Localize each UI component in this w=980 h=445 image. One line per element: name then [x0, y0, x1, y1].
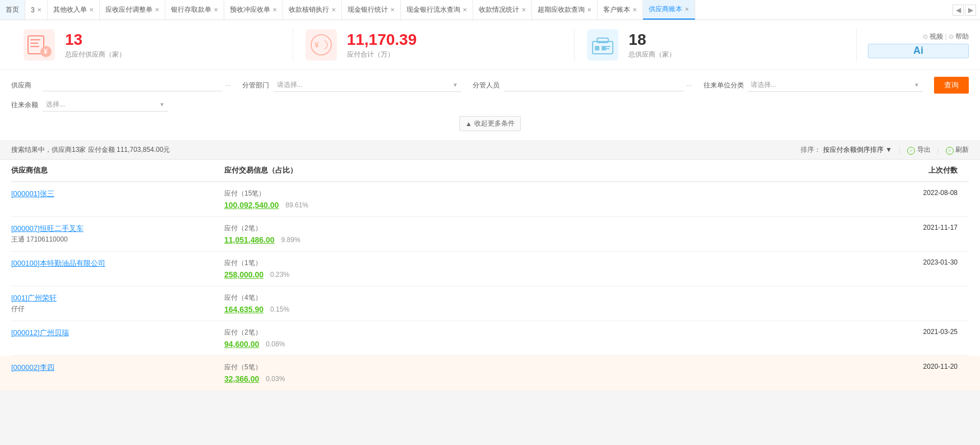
row2-payable-amount[interactable]: 258,000.00: [224, 270, 264, 279]
row4-payable-percent: 0.08%: [266, 340, 285, 348]
row4-payable-row: 94,600.00 0.08%: [224, 340, 857, 349]
results-separator-2: |: [937, 146, 939, 154]
nav-tab-3[interactable]: 3 ✕: [25, 0, 48, 20]
row1-supplier: [000007]恒旺二手叉车 王通 17106110000: [11, 224, 224, 244]
svg-text:¥: ¥: [315, 40, 319, 49]
filter-item-person: 分管人员 ···: [473, 80, 692, 91]
row1-payable-count: 应付（2笔）: [224, 224, 857, 233]
row2-payable: 应付（1笔） 258,000.00 0.23%: [224, 258, 857, 279]
supplier-dots[interactable]: ···: [225, 81, 230, 89]
row0-payable-amount[interactable]: 100,092,540.00: [224, 201, 279, 210]
row2-payable-row: 258,000.00 0.23%: [224, 270, 857, 279]
nav-tab-customer-ledger[interactable]: 客户账本 ✕: [598, 0, 643, 20]
nav-tab-verify[interactable]: 收款核销执行 ✕: [283, 0, 342, 20]
person-dots[interactable]: ···: [686, 81, 692, 89]
category-filter-label: 往来单位分类: [704, 81, 744, 90]
collapse-button[interactable]: ▲ 收起更多条件: [459, 116, 521, 131]
close-tab-customer-ledger[interactable]: ✕: [632, 7, 637, 13]
close-tab-3[interactable]: ✕: [37, 7, 41, 13]
row0-payable-count: 应付（15笔）: [224, 189, 857, 198]
row2-supplier-link[interactable]: [000100]本特勤油品有限公司: [11, 259, 105, 267]
category-select-arrow: ▼: [914, 82, 919, 88]
category-filter-select[interactable]: 请选择... ▼: [747, 78, 923, 92]
results-actions: 排序： 按应付余额倒序排序 ▼ | ○ 导出 | ○ 刷新: [801, 145, 969, 155]
balance-filter-select[interactable]: 选择... ▼: [43, 98, 168, 112]
row1-supplier-link[interactable]: [000007]恒旺二手叉车: [11, 224, 84, 233]
export-button[interactable]: ○ 导出: [907, 145, 930, 155]
nav-tab-overdue[interactable]: 超期应收款查询 ✕: [532, 0, 598, 20]
results-separator-1: |: [899, 146, 900, 154]
close-tab-other-income[interactable]: ✕: [89, 7, 94, 13]
card-body-total-supplier: 18 总供应商（家）: [628, 30, 676, 60]
col-header-supplier: 供应商信息: [11, 165, 224, 175]
table-header: 供应商信息 应付交易信息（占比） 上次付数: [11, 160, 969, 182]
row3-payable-amount[interactable]: 164,635.90: [224, 305, 264, 314]
summary-links: ⊙ 视频 | ⊙ 帮助: [923, 32, 969, 41]
table-row: [001]广州荣轩 仔仔 应付（4笔） 164,635.90 0.15%: [11, 286, 969, 321]
dept-filter-select[interactable]: 请选择... ▼: [274, 78, 462, 92]
svg-rect-7: [306, 29, 337, 61]
row5-last-pay-value: 2020-11-20: [923, 363, 958, 370]
row3-payable-row: 164,635.90 0.15%: [224, 305, 857, 314]
refresh-button[interactable]: ○ 刷新: [946, 145, 969, 155]
person-filter-input[interactable]: [504, 80, 684, 91]
close-tab-pre-receive[interactable]: ✕: [272, 7, 277, 13]
row4-supplier: [000012]广州贝瑞: [11, 328, 224, 338]
close-tab-cash-stat[interactable]: ✕: [390, 7, 395, 13]
collapse-label: 收起更多条件: [474, 119, 515, 128]
row1-payable-amount[interactable]: 11,051,486.00: [224, 235, 275, 244]
row0-supplier-link[interactable]: [000001]张三: [11, 189, 54, 198]
payable-total-value: 11,170.39: [347, 30, 417, 49]
row2-payable-count: 应付（1笔）: [224, 258, 857, 268]
row5-payable-amount[interactable]: 32,366.00: [224, 374, 259, 383]
close-tab-adjust[interactable]: ✕: [155, 7, 159, 13]
search-button[interactable]: 查询: [934, 77, 969, 94]
results-summary-text: 搜索结果中，供应商13家 应付金额 111,703,854.00元: [11, 145, 170, 155]
nav-prev-arrow[interactable]: ◀: [953, 4, 964, 16]
nav-tab-home[interactable]: 首页: [0, 0, 25, 20]
nav-tab-receipt-stat[interactable]: 收款情况统计 ✕: [473, 0, 532, 20]
row3-payable-percent: 0.15%: [270, 305, 289, 313]
nav-tab-supplier-ledger[interactable]: 供应商账本 ✕: [643, 0, 695, 20]
summary-card-supplier-payable: ¥ 13 总应付供应商（家）: [11, 28, 293, 62]
close-tab-verify[interactable]: ✕: [331, 7, 336, 13]
sort-label: 排序： 按应付余额倒序排序 ▼: [801, 145, 892, 155]
nav-tab-cash-stat[interactable]: 现金银行统计 ✕: [342, 0, 401, 20]
row0-last-pay-value: 2022-08-08: [923, 189, 958, 197]
row3-supplier-link[interactable]: [001]广州荣轩: [11, 294, 57, 302]
row5-payable-percent: 0.03%: [266, 375, 285, 383]
row5-payable: 应付（5笔） 32,366.00 0.03%: [224, 363, 857, 383]
top-nav: 首页 3 ✕ 其他收入单 ✕ 应收应付调整单 ✕ 银行存取款单 ✕ 预收冲应收单…: [0, 0, 980, 20]
nav-next-arrow[interactable]: ▶: [965, 4, 976, 16]
table-row: [000100]本特勤油品有限公司 应付（1笔） 258,000.00 0.23…: [11, 252, 969, 286]
close-tab-bank[interactable]: ✕: [214, 7, 218, 13]
row4-supplier-link[interactable]: [000012]广州贝瑞: [11, 328, 69, 337]
row5-supplier-link[interactable]: [000002]李四: [11, 363, 54, 372]
row3-supplier-sub: 仔仔: [11, 304, 224, 314]
row5-supplier: [000002]李四: [11, 363, 224, 373]
row1-supplier-sub: 王通 17106110000: [11, 235, 224, 244]
supplier-filter-input[interactable]: [43, 80, 223, 91]
table-container: 供应商信息 应付交易信息（占比） 上次付数 [000001]张三 应付（15笔）…: [0, 160, 980, 390]
row4-payable-amount[interactable]: 94,600.00: [224, 340, 259, 349]
help-link[interactable]: 帮助: [955, 33, 969, 40]
close-tab-supplier-ledger[interactable]: ✕: [685, 6, 689, 12]
refresh-icon: ○: [946, 147, 954, 155]
nav-tab-bank[interactable]: 银行存取款单 ✕: [165, 0, 224, 20]
close-tab-overdue[interactable]: ✕: [587, 7, 591, 13]
nav-tab-other-income[interactable]: 其他收入单 ✕: [48, 0, 100, 20]
video-link[interactable]: 视频: [930, 33, 943, 40]
supplier-payable-label: 总应付供应商（家）: [65, 50, 126, 59]
table-row: [000012]广州贝瑞 应付（2笔） 94,600.00 0.08% 2021…: [11, 321, 969, 356]
payable-total-label: 应付合计（万）: [347, 50, 417, 59]
nav-tab-pre-receive[interactable]: 预收冲应收单 ✕: [224, 0, 283, 20]
close-tab-receipt-stat[interactable]: ✕: [521, 7, 526, 13]
nav-tab-cash-flow[interactable]: 现金银行流水查询 ✕: [401, 0, 473, 20]
nav-tab-adjust[interactable]: 应收应付调整单 ✕: [100, 0, 165, 20]
svg-text:¥: ¥: [44, 48, 48, 55]
category-select-text: 请选择...: [751, 80, 776, 90]
close-tab-cash-flow[interactable]: ✕: [463, 7, 467, 13]
summary-actions: ⊙ 视频 | ⊙ 帮助 Ai: [857, 32, 969, 58]
dept-select-arrow: ▼: [452, 82, 458, 88]
svg-rect-15: [606, 46, 611, 47]
